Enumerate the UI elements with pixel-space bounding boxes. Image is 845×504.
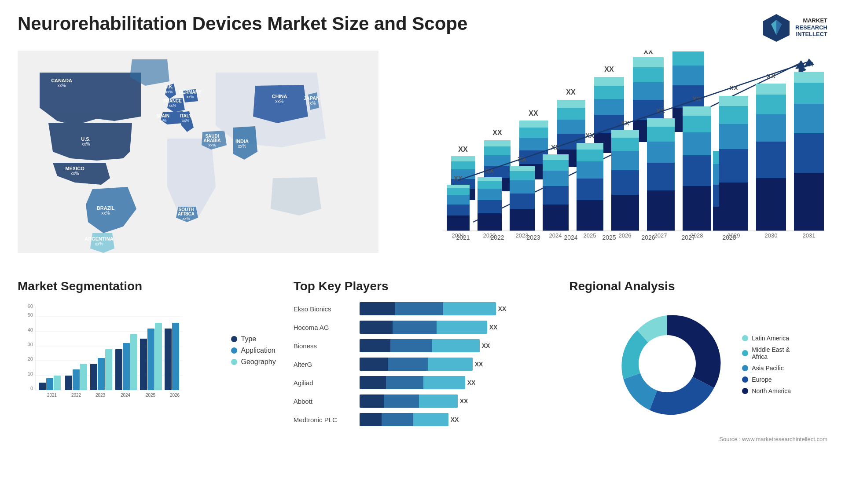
players-bars: Ekso Bionics XX Hocoma AG <box>294 302 552 426</box>
svg-text:SPAIN: SPAIN <box>156 113 169 118</box>
svg-rect-102 <box>478 189 502 200</box>
app-dot <box>231 347 237 354</box>
svg-rect-146 <box>683 106 711 116</box>
player-bar-medtronic <box>360 413 448 426</box>
svg-text:xx%: xx% <box>71 171 79 176</box>
svg-text:2025: 2025 <box>584 232 596 239</box>
svg-rect-137 <box>647 142 675 163</box>
svg-rect-164 <box>794 133 824 173</box>
legend-europe: Europe <box>742 376 791 383</box>
svg-text:2022: 2022 <box>71 393 81 398</box>
bottom-row: Market Segmentation 0 10 20 30 40 50 <box>18 279 827 442</box>
svg-rect-163 <box>794 173 824 231</box>
svg-rect-207 <box>165 329 172 390</box>
svg-rect-199 <box>115 349 122 390</box>
svg-rect-96 <box>447 188 470 195</box>
svg-rect-189 <box>54 376 61 390</box>
svg-text:ITALY: ITALY <box>180 113 192 118</box>
svg-text:2029: 2029 <box>727 232 740 239</box>
legend-type: Type <box>231 335 276 343</box>
players-section: Top Key Players Ekso Bionics XX <box>294 279 552 442</box>
page-title: Neurorehabilitation Devices Market Size … <box>18 13 467 34</box>
svg-rect-132 <box>611 130 639 138</box>
legend-asia-pacific: Asia Pacific <box>742 365 791 372</box>
logo-text: MARKET RESEARCH INTELLECT <box>795 17 827 38</box>
svg-rect-200 <box>123 343 130 390</box>
latin-america-dot <box>742 335 748 341</box>
svg-text:xx%: xx% <box>308 101 316 106</box>
regional-section: Regional Analysis <box>569 279 827 442</box>
player-bar-abbott <box>360 394 458 408</box>
svg-text:2027: 2027 <box>654 232 667 239</box>
svg-text:xx%: xx% <box>238 144 246 149</box>
svg-rect-103 <box>478 181 502 189</box>
svg-rect-107 <box>510 209 535 231</box>
svg-rect-139 <box>647 118 675 127</box>
player-row: Hocoma AG XX <box>294 321 552 334</box>
europe-dot <box>742 376 748 383</box>
north-america-dot <box>742 388 748 394</box>
type-dot <box>231 336 237 342</box>
europe-label: Europe <box>752 376 772 383</box>
mea-label: Middle East &Africa <box>752 346 790 360</box>
svg-rect-104 <box>478 177 502 181</box>
svg-rect-123 <box>577 161 603 179</box>
svg-rect-167 <box>794 72 824 83</box>
svg-rect-204 <box>147 329 154 390</box>
player-bar-ekso <box>360 302 496 315</box>
map-section: CANADA xx% U.S. xx% MEXICO xx% BRAZIL xx… <box>18 51 416 262</box>
svg-text:2028: 2028 <box>691 232 703 239</box>
svg-rect-157 <box>756 142 786 178</box>
svg-rect-196 <box>98 358 105 390</box>
latin-america-label: Latin America <box>752 335 789 342</box>
svg-text:2023: 2023 <box>516 232 529 239</box>
svg-text:2026: 2026 <box>170 393 180 398</box>
svg-text:xx%: xx% <box>95 241 103 246</box>
world-map-svg: CANADA xx% U.S. xx% MEXICO xx% BRAZIL xx… <box>18 51 378 253</box>
svg-text:xx%: xx% <box>182 216 190 221</box>
svg-rect-129 <box>611 170 639 195</box>
svg-text:2025: 2025 <box>146 393 156 398</box>
north-america-label: North America <box>752 387 791 394</box>
svg-text:xx%: xx% <box>102 211 110 215</box>
geo-label: Geography <box>241 358 276 366</box>
svg-rect-95 <box>447 195 470 205</box>
svg-text:FRANCE: FRANCE <box>163 99 182 103</box>
svg-rect-192 <box>73 369 80 390</box>
player-row: Medtronic PLC XX <box>294 413 552 426</box>
legend-application: Application <box>231 347 276 354</box>
svg-point-210 <box>639 335 696 392</box>
segmentation-section: Market Segmentation 0 10 20 30 40 50 <box>18 279 276 442</box>
player-bar-agiliad <box>360 376 465 389</box>
page-container: Neurorehabilitation Devices Market Size … <box>0 0 845 504</box>
svg-rect-116 <box>543 171 569 186</box>
source-text: Source : www.marketresearchintellect.com <box>569 436 827 442</box>
players-title: Top Key Players <box>294 279 552 293</box>
player-bar-bioness <box>360 339 480 352</box>
svg-rect-109 <box>510 180 535 194</box>
svg-rect-195 <box>90 364 97 390</box>
asia-pacific-label: Asia Pacific <box>752 365 783 372</box>
svg-rect-93 <box>447 215 470 231</box>
seg-legend: Type Application Geography <box>231 309 276 409</box>
svg-rect-158 <box>756 114 786 142</box>
svg-rect-143 <box>683 155 711 186</box>
regional-legend: Latin America Middle East &Africa Asia P… <box>742 335 791 394</box>
svg-rect-188 <box>46 378 53 390</box>
svg-rect-115 <box>543 186 569 205</box>
svg-rect-150 <box>719 149 748 183</box>
svg-text:2030: 2030 <box>765 232 778 239</box>
segmentation-title: Market Segmentation <box>18 279 276 293</box>
svg-rect-201 <box>130 334 137 390</box>
svg-text:U.K.: U.K. <box>165 84 173 89</box>
svg-rect-159 <box>756 95 786 114</box>
svg-text:xx%: xx% <box>208 143 216 147</box>
svg-rect-187 <box>39 383 46 390</box>
svg-rect-149 <box>719 183 748 231</box>
svg-text:30: 30 <box>28 342 33 347</box>
svg-text:2024: 2024 <box>121 393 131 398</box>
svg-rect-144 <box>683 132 711 155</box>
svg-rect-156 <box>756 178 786 231</box>
svg-rect-131 <box>611 138 639 151</box>
svg-text:CHINA: CHINA <box>272 94 287 99</box>
